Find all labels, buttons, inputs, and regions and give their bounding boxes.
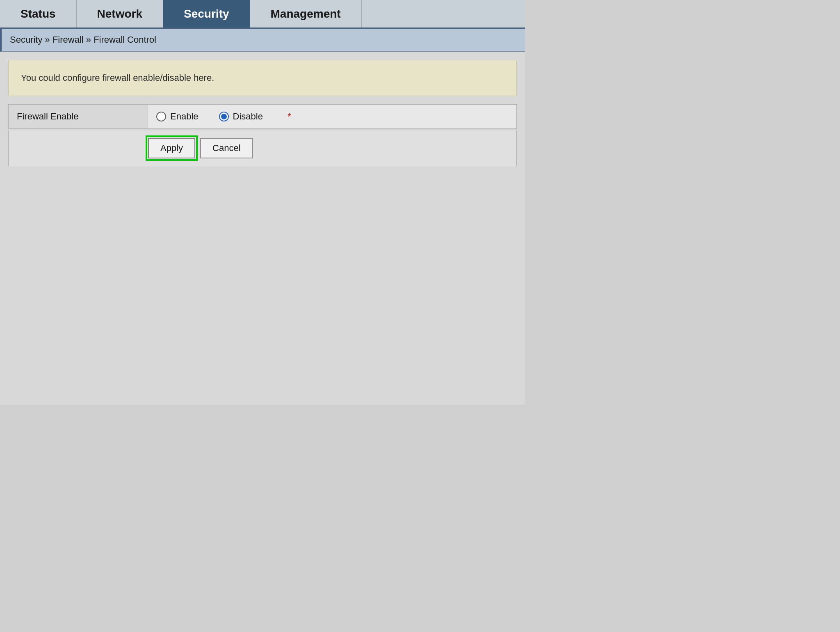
- required-indicator: *: [288, 111, 291, 122]
- tab-status[interactable]: Status: [0, 0, 77, 27]
- nav-bar: Status Network Security Management: [0, 0, 525, 29]
- disable-radio[interactable]: [219, 112, 229, 121]
- tab-management[interactable]: Management: [250, 0, 362, 27]
- tab-network[interactable]: Network: [77, 0, 163, 27]
- disable-label: Disable: [233, 111, 263, 122]
- disable-option[interactable]: Disable: [219, 111, 263, 122]
- apply-button[interactable]: Apply: [148, 138, 195, 158]
- table-row: Firewall Enable Enable Disable *: [9, 105, 517, 129]
- cancel-button[interactable]: Cancel: [200, 138, 253, 158]
- form-table: Firewall Enable Enable Disable *: [8, 104, 517, 129]
- radio-group: Enable Disable *: [156, 111, 508, 122]
- enable-radio[interactable]: [156, 112, 166, 121]
- buttons-row: Apply Cancel: [8, 131, 517, 166]
- enable-option[interactable]: Enable: [156, 111, 199, 122]
- info-box: You could configure firewall enable/disa…: [8, 60, 517, 96]
- firewall-enable-value: Enable Disable *: [148, 105, 517, 129]
- breadcrumb: Security » Firewall » Firewall Control: [0, 29, 525, 52]
- enable-label: Enable: [170, 111, 199, 122]
- main-content: You could configure firewall enable/disa…: [0, 52, 525, 405]
- firewall-enable-label: Firewall Enable: [9, 105, 148, 129]
- tab-security[interactable]: Security: [163, 0, 250, 27]
